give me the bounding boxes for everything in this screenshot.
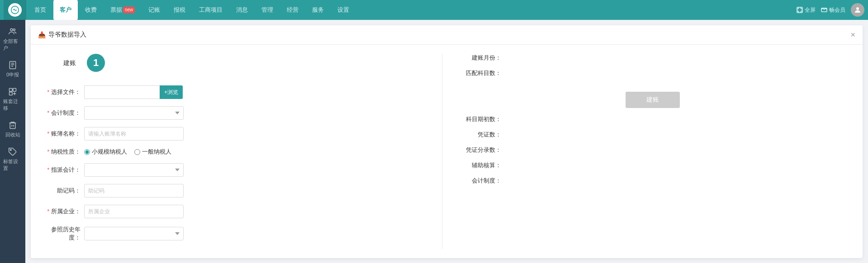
dialog-title-icon: 📥 xyxy=(38,31,46,38)
build-account-button[interactable]: 建账 xyxy=(626,92,680,108)
memo-label: 助记码： xyxy=(40,187,81,195)
sidebar-item-trash[interactable]: 回收站 xyxy=(1,117,24,142)
voucher-count-label: 凭证数： xyxy=(456,131,501,139)
step-label: 建账 xyxy=(63,54,76,72)
svg-point-3 xyxy=(856,7,859,10)
nav-item-fee[interactable]: 收费 xyxy=(79,0,103,20)
accountant-row: * 指派会计： xyxy=(40,163,433,177)
accounting-system-select[interactable] xyxy=(84,106,184,120)
logo-circle xyxy=(8,3,22,17)
sidebar-item-declaration[interactable]: 0申报 xyxy=(1,57,24,82)
svg-rect-7 xyxy=(9,89,13,92)
voucher-entry-row: 凭证分录数： xyxy=(456,146,849,154)
nav-item-tax[interactable]: 报税 xyxy=(167,0,192,20)
build-btn-row: 建账 xyxy=(456,92,849,108)
file-input[interactable] xyxy=(84,85,160,99)
company-row: * 所属企业： xyxy=(40,205,433,218)
nav-item-service[interactable]: 服务 xyxy=(306,0,330,20)
voucher-count-row: 凭证数： xyxy=(456,131,849,139)
nav-right: 全屏 畅会员 xyxy=(797,3,864,17)
sidebar-label-trash: 回收站 xyxy=(5,132,20,138)
layout: 全部客户 0申报 账套迁移 回收站 xyxy=(0,20,868,263)
memo-input[interactable] xyxy=(84,184,184,197)
history-year-row: 参照历史年度： xyxy=(40,225,433,242)
logo[interactable] xyxy=(4,0,26,20)
memo-row: 助记码： xyxy=(40,184,433,197)
nav-item-home[interactable]: 首页 xyxy=(28,0,52,20)
history-year-label: 参照历史年度： xyxy=(40,225,81,242)
nav-item-operation[interactable]: 经营 xyxy=(280,0,305,20)
sidebar-label-customers: 全部客户 xyxy=(3,38,22,52)
build-month-label: 建账月份： xyxy=(456,54,501,62)
fullscreen-label: 全屏 xyxy=(805,6,816,14)
build-month-row: 建账月份： xyxy=(456,54,849,62)
match-subject-row: 匹配科目数： xyxy=(456,69,849,77)
dialog-title-text: 导爷数据导入 xyxy=(48,31,86,39)
svg-rect-6 xyxy=(9,61,15,69)
nav-item-manage[interactable]: 管理 xyxy=(255,0,280,20)
ledger-name-row: * 账簿名称： xyxy=(40,127,433,141)
nav-item-customer[interactable]: 客户 xyxy=(53,0,78,20)
step-badge: 1 xyxy=(87,54,105,72)
dialog-wrapper: 📥 导爷数据导入 × 建账 1 xyxy=(31,25,863,258)
vip-btn[interactable]: 畅会员 xyxy=(821,6,845,14)
sidebar-item-all-customers[interactable]: 全部客户 xyxy=(1,23,24,55)
accountant-select[interactable] xyxy=(84,163,184,177)
history-year-select[interactable] xyxy=(84,227,184,240)
ledger-name-input[interactable] xyxy=(84,127,184,141)
tax-type-label: * 纳税性质： xyxy=(40,148,81,156)
accountant-label: * 指派会计： xyxy=(40,166,81,174)
vip-label: 畅会员 xyxy=(829,6,845,14)
fullscreen-btn[interactable]: 全屏 xyxy=(797,6,816,14)
sidebar-label-transfer: 账套迁移 xyxy=(3,98,22,112)
step-area: 建账 1 xyxy=(40,54,433,72)
dialog-header: 📥 导爷数据导入 × xyxy=(31,25,863,45)
main-content: 📥 导爷数据导入 × 建账 1 xyxy=(25,20,868,263)
nav-item-message[interactable]: 消息 xyxy=(230,0,254,20)
form-section: 建账 1 * 选择文件： +浏览 xyxy=(31,54,442,249)
match-subject-label: 匹配科目数： xyxy=(456,69,501,77)
right-panel: 建账月份： 匹配科目数： 建账 科目期初数： 凭证 xyxy=(442,54,863,249)
sidebar: 全部客户 0申报 账套迁移 回收站 xyxy=(0,20,25,263)
right-accounting-system-row: 会计制度： xyxy=(456,177,849,185)
tax-type-row: * 纳税性质： 小规模纳税人 一般纳税人 xyxy=(40,148,433,156)
svg-rect-1 xyxy=(797,7,802,13)
svg-rect-8 xyxy=(13,89,16,92)
file-input-group: +浏览 xyxy=(84,85,183,99)
svg-point-11 xyxy=(10,150,12,151)
top-nav: 首页 客户 收费 票据 new 记账 报税 工商项目 消息 管理 经营 服务 设… xyxy=(0,0,868,20)
close-button[interactable]: × xyxy=(850,31,855,39)
sidebar-label-declaration: 0申报 xyxy=(6,71,19,78)
tax-radio-small[interactable]: 小规模纳税人 xyxy=(84,148,127,156)
company-input[interactable] xyxy=(84,205,184,218)
right-accounting-system-label: 会计制度： xyxy=(456,177,501,185)
file-row: * 选择文件： +浏览 xyxy=(40,85,433,99)
sidebar-item-tag-settings[interactable]: 标签设置 xyxy=(1,144,24,175)
file-label: * 选择文件： xyxy=(40,88,81,96)
aux-account-row: 辅助核算： xyxy=(456,161,849,169)
nav-items: 首页 客户 收费 票据 new 记账 报税 工商项目 消息 管理 经营 服务 设… xyxy=(28,0,797,20)
svg-point-4 xyxy=(10,28,13,31)
dialog-title: 📥 导爷数据导入 xyxy=(38,31,86,39)
tax-radio-general[interactable]: 一般纳税人 xyxy=(134,148,171,156)
tax-type-group: 小规模纳税人 一般纳税人 xyxy=(84,148,171,156)
new-badge: new xyxy=(123,7,135,13)
svg-rect-10 xyxy=(10,123,15,129)
sidebar-label-tag: 标签设置 xyxy=(3,158,22,172)
nav-item-invoice[interactable]: 票据 new xyxy=(104,0,141,20)
nav-item-settings[interactable]: 设置 xyxy=(331,0,356,20)
nav-item-bookkeeping[interactable]: 记账 xyxy=(142,0,166,20)
ledger-name-label: * 账簿名称： xyxy=(40,130,81,138)
browse-button[interactable]: +浏览 xyxy=(160,85,183,99)
nav-item-business[interactable]: 工商项目 xyxy=(193,0,229,20)
voucher-entry-label: 凭证分录数： xyxy=(456,146,501,154)
svg-point-5 xyxy=(13,29,15,31)
dialog-body: 建账 1 * 选择文件： +浏览 xyxy=(31,45,863,258)
initial-subject-row: 科目期初数： xyxy=(456,115,849,123)
initial-subject-label: 科目期初数： xyxy=(456,115,501,123)
sidebar-item-transfer[interactable]: 账套迁移 xyxy=(1,84,24,115)
user-avatar[interactable] xyxy=(851,3,864,17)
accounting-system-label: * 会计制度： xyxy=(40,109,81,117)
accounting-system-row: * 会计制度： xyxy=(40,106,433,120)
aux-account-label: 辅助核算： xyxy=(456,161,501,169)
